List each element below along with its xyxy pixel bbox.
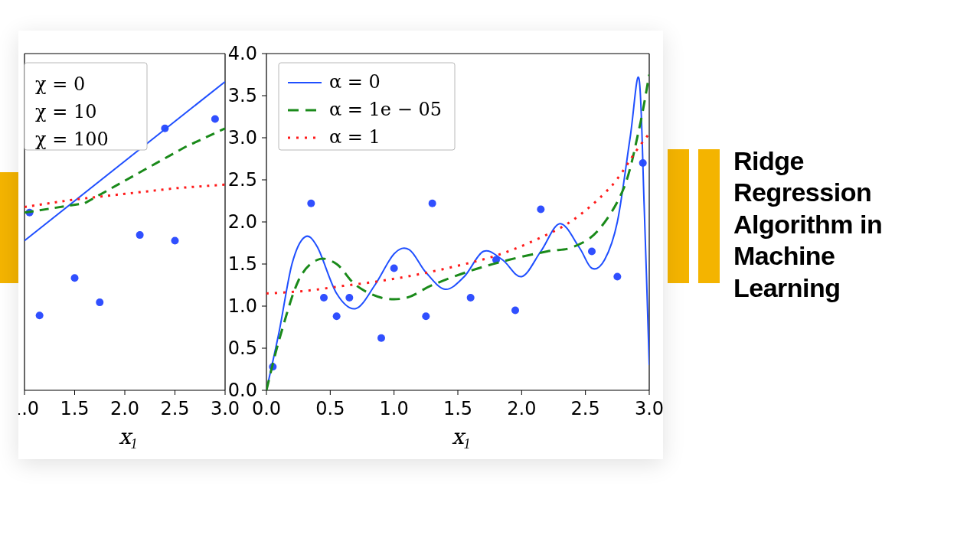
svg-point-22 (136, 231, 144, 239)
svg-point-25 (172, 236, 179, 244)
svg-text:2.0: 2.0 (228, 211, 257, 233)
svg-text:χ = 100: χ = 100 (35, 129, 109, 150)
svg-point-21 (96, 298, 103, 306)
svg-text:4.0: 4.0 (228, 43, 257, 64)
svg-point-84 (588, 248, 596, 256)
svg-text:1: 1 (131, 436, 138, 452)
svg-point-72 (307, 200, 315, 207)
svg-text:χ = 10: χ = 10 (35, 101, 96, 122)
svg-text:1.0: 1.0 (228, 295, 257, 317)
svg-text:2.5: 2.5 (228, 169, 257, 191)
svg-text:α = 1e − 05: α = 1e − 05 (329, 99, 442, 120)
svg-point-79 (429, 200, 436, 207)
svg-text:1.0: 1.0 (18, 398, 39, 419)
svg-text:1.0: 1.0 (380, 398, 409, 419)
svg-point-80 (467, 294, 475, 302)
svg-text:0.5: 0.5 (228, 337, 257, 359)
svg-point-82 (511, 307, 519, 315)
chart-svg: 1.01.52.02.53.0x1χ = 0χ = 10χ = 100 0.00… (18, 31, 663, 459)
svg-text:0.5: 0.5 (315, 398, 345, 419)
svg-text:α = 0: α = 0 (329, 71, 381, 93)
svg-text:1.5: 1.5 (228, 253, 257, 275)
svg-text:χ = 0: χ = 0 (35, 73, 85, 95)
svg-point-18 (36, 311, 44, 319)
svg-text:3.0: 3.0 (228, 127, 257, 148)
svg-text:0.0: 0.0 (252, 398, 281, 419)
accent-bar-mid-1 (668, 149, 689, 283)
svg-text:2.5: 2.5 (160, 398, 189, 419)
svg-text:2.0: 2.0 (110, 398, 139, 419)
svg-text:2.5: 2.5 (571, 398, 600, 419)
svg-point-83 (537, 206, 544, 214)
svg-point-77 (390, 265, 398, 272)
svg-point-73 (320, 294, 328, 302)
svg-point-76 (377, 334, 385, 342)
svg-text:3.0: 3.0 (211, 398, 240, 419)
svg-text:α = 1: α = 1 (329, 126, 381, 148)
svg-text:1.5: 1.5 (443, 398, 472, 419)
svg-point-20 (71, 274, 79, 282)
page-title: Ridge Regression Algorithm in Machine Le… (733, 145, 948, 304)
svg-point-27 (211, 116, 219, 123)
svg-text:2.0: 2.0 (507, 398, 536, 419)
svg-point-75 (345, 294, 353, 302)
svg-point-74 (333, 312, 341, 320)
svg-text:1: 1 (464, 436, 471, 452)
svg-text:3.0: 3.0 (635, 398, 663, 419)
accent-bar-mid-2 (698, 149, 720, 283)
svg-text:1.5: 1.5 (60, 398, 89, 419)
svg-point-78 (422, 312, 430, 320)
svg-text:3.5: 3.5 (228, 85, 257, 106)
svg-point-85 (613, 273, 621, 281)
chart-card: 1.01.52.02.53.0x1χ = 0χ = 10χ = 100 0.00… (18, 31, 663, 459)
